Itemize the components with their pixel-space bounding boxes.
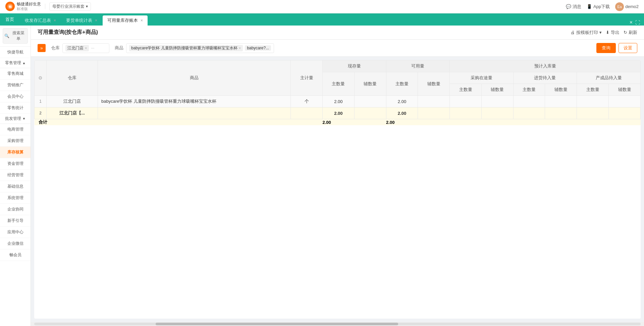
tab-available-inventory[interactable]: 可用量库存账本 × (103, 15, 148, 26)
sidebar-item-enterprise[interactable]: 企业协同 (0, 204, 31, 215)
sidebar-item-enterprise-wechat[interactable]: 企业微信 (0, 238, 31, 249)
query-button[interactable]: 查询 (596, 43, 616, 53)
sidebar-item-inventory[interactable]: 库存核算 (0, 147, 31, 158)
app-download-label: App下载 (593, 4, 610, 10)
row-2-product (98, 107, 291, 119)
sidebar-item-finance[interactable]: 资金管理 (0, 158, 31, 170)
settings-gear-icon[interactable]: ⚙ (38, 75, 43, 81)
row-num-1: 1 (35, 96, 47, 107)
total-current-aux (354, 119, 386, 126)
logo-sub: 标准版 (17, 6, 41, 11)
row-1-available-main: 2.00 (386, 96, 418, 107)
sidebar-item-retail[interactable]: 零售管理 ▲ (0, 58, 31, 68)
export-icon: ⬇ (606, 30, 609, 35)
filter-area: » 仓库 江北门店 × ··· 商品 babycare学饮杯 儿童防摔防撞吸管杯… (31, 40, 644, 57)
row-2-purchase-transit-main (450, 107, 482, 119)
table-row: 2 江北门店【... 2.00 2.00 (35, 107, 641, 119)
sidebar-item-basics[interactable]: 基础信息 (0, 181, 31, 192)
row-2-pending-arrival-main (513, 107, 545, 119)
sidebar-item-wholesale[interactable]: 批发管理 ▼ (0, 114, 31, 124)
filter-toggle-btn[interactable]: » (38, 44, 46, 52)
row-1-pending-arrival-aux (545, 96, 577, 107)
horizontal-scrollbar-area (31, 322, 644, 326)
product-pending-main-col: 主数量 (577, 84, 609, 96)
total-product-pending-main (577, 119, 609, 126)
retail-expand-icon: ▲ (22, 61, 26, 65)
logo-icon: 畅 (5, 2, 15, 11)
sidebar-search-label: 搜索菜单 (11, 30, 26, 42)
sidebar: 🔍 搜索菜单 快捷导航 零售管理 ▲ 零售商城 营销推广 会员中心 零售统计 批… (0, 26, 31, 326)
row-1-available-aux (418, 96, 450, 107)
total-pending-arrival-aux (545, 119, 577, 126)
row-1-purchase-transit-aux (481, 96, 513, 107)
available-aux-col: 辅数量 (418, 72, 450, 96)
row-1-pending-arrival-main (513, 96, 545, 107)
tab-order-stats-label: 要货单统计表 (66, 17, 92, 24)
tab-home[interactable]: 首页 (0, 13, 19, 26)
total-row: 合计 2.00 2.00 (35, 119, 641, 126)
sidebar-item-retail-stats[interactable]: 零售统计 (0, 102, 31, 114)
user-name: demo2 (625, 4, 639, 9)
logo-text: 畅捷通好生意 (17, 2, 41, 6)
sidebar-item-members[interactable]: 会员中心 (0, 91, 31, 102)
page-header: 可用量查询(按仓库+商品) 🖨 按模板打印 ▾ ⬇ 导出 ↻ 刷新 (31, 26, 644, 40)
sidebar-item-marketing[interactable]: 营销推广 (0, 80, 31, 91)
product-tag-1-close[interactable]: × (239, 46, 241, 50)
purchase-transit-main-col: 主数量 (450, 84, 482, 96)
pending-arrival-col-header: 进货待入量 (513, 72, 577, 84)
tab-income-expense-close[interactable]: × (54, 18, 56, 23)
tab-income-expense[interactable]: 收发存汇总表 × (20, 15, 61, 26)
tab-income-expense-label: 收发存汇总表 (25, 17, 51, 24)
print-icon: 🖨 (571, 30, 575, 35)
export-btn[interactable]: ⬇ 导出 (606, 30, 620, 36)
warehouse-tag-close[interactable]: × (85, 46, 87, 50)
tab-available-inventory-close[interactable]: × (141, 18, 143, 23)
sidebar-search-btn[interactable]: 🔍 搜索菜单 (3, 28, 28, 44)
template-print-btn[interactable]: 🖨 按模板打印 ▾ (571, 30, 602, 36)
row-1-product-pending-main (577, 96, 609, 107)
tab-order-stats-close[interactable]: × (95, 18, 97, 23)
avatar: Ea (615, 2, 624, 11)
product-tag-1: babycare学饮杯 儿童防摔防撞吸管杯重力球吸嘴杯宝宝水杯 × (129, 45, 243, 51)
sidebar-item-retail-mall[interactable]: 零售商城 (0, 68, 31, 80)
message-btn[interactable]: 💬 消息 (566, 4, 581, 10)
sidebar-item-newbie[interactable]: 新手引导 (0, 215, 31, 227)
total-label: 合计 (35, 119, 323, 126)
sidebar-item-operations[interactable]: 经营管理 (0, 170, 31, 181)
app-download-btn[interactable]: 📱 App下载 (587, 4, 610, 10)
current-aux-col: 辅数量 (354, 72, 386, 96)
row-2-product-pending-main (577, 107, 609, 119)
warehouse-label: 仓库 (51, 45, 60, 51)
row-2-current-aux (354, 107, 386, 119)
warehouse-input[interactable]: 江北门店 × ··· (62, 43, 109, 53)
tab-expand-icon[interactable]: ⛶ (635, 20, 640, 25)
message-label: 消息 (573, 4, 581, 10)
sidebar-item-system[interactable]: 系统管理 (0, 192, 31, 204)
product-input[interactable]: babycare学饮杯 儿童防摔防撞吸管杯重力球吸嘴杯宝宝水杯 × babyca… (126, 43, 274, 53)
tab-bar: 首页 收发存汇总表 × 要货单统计表 × 可用量库存账本 × × ⛶ (0, 13, 644, 26)
sidebar-item-purchase[interactable]: 采购管理 (0, 135, 31, 147)
tab-close-all-icon[interactable]: × (630, 19, 633, 26)
industry-label: 母婴行业演示账套 (52, 4, 85, 9)
top-bar-divider (45, 4, 45, 9)
sidebar-item-quick-nav[interactable]: 快捷导航 (0, 47, 31, 58)
setting-button[interactable]: 设置 (619, 43, 637, 53)
user-avatar-area[interactable]: Ea demo2 (615, 2, 639, 11)
total-current-main: 2.00 (323, 119, 355, 126)
tab-order-stats[interactable]: 要货单统计表 × (61, 15, 102, 26)
search-icon: 🔍 (4, 34, 9, 38)
available-col-header: 可用量 (386, 60, 450, 72)
table-header-row-1: ⚙ 仓库 商品 主计量 现存量 可用量 预计入库量 (35, 60, 641, 72)
phone-icon: 📱 (587, 4, 592, 9)
settings-col-header[interactable]: ⚙ (35, 60, 47, 96)
scrollbar-track[interactable] (34, 323, 641, 325)
row-num-2: 2 (35, 107, 47, 119)
warehouse-more[interactable]: ··· (91, 46, 94, 50)
pending-arrival-main-col: 主数量 (513, 84, 545, 96)
scrollbar-thumb[interactable] (156, 323, 398, 325)
sidebar-item-member-plus[interactable]: 畅会员 (0, 249, 31, 261)
refresh-btn[interactable]: ↻ 刷新 (624, 30, 637, 36)
sidebar-item-app-center[interactable]: 应用中心 (0, 227, 31, 238)
industry-selector[interactable]: 母婴行业演示账套 ▾ (49, 2, 91, 11)
sidebar-item-ecommerce[interactable]: 电商管理 (0, 124, 31, 135)
